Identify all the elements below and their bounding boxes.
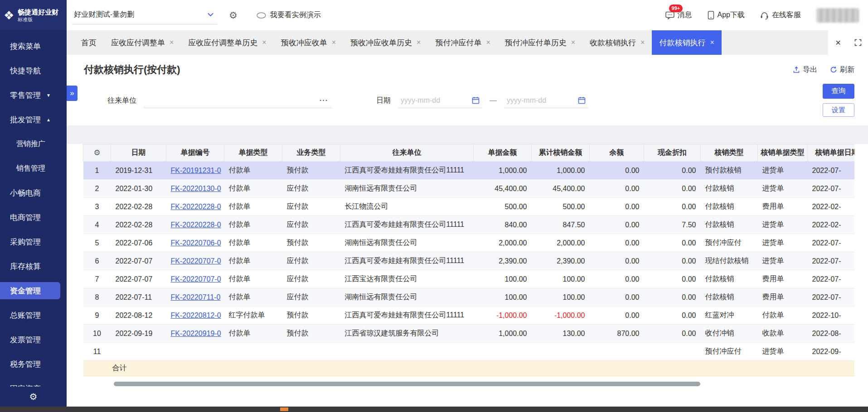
tab-label: 收款核销执行	[590, 38, 636, 48]
scrollbar-thumb[interactable]	[114, 382, 700, 386]
date-to-input[interactable]: yyyy-mm-dd	[504, 93, 588, 108]
doc-no-link[interactable]: FK-20220130-0	[171, 185, 221, 192]
doc-no-link[interactable]: FK-20220919-0	[171, 330, 221, 337]
tab-bar: 首页应收应付调整单×应收应付调整单历史×预收冲应收单×预收冲应收单历史×预付冲应…	[67, 30, 868, 55]
tab[interactable]: 应收应付调整单×	[104, 30, 181, 55]
tab[interactable]: 预收冲应收单×	[274, 30, 343, 55]
column-header: 单据金额	[474, 144, 532, 162]
sidebar-item[interactable]: 发票管理	[0, 327, 67, 352]
tab[interactable]: 收款核销执行×	[582, 30, 652, 55]
sidebar-item[interactable]: 小畅电商	[0, 181, 67, 205]
tab[interactable]: 预收冲应收单历史×	[343, 30, 428, 55]
tab[interactable]: 预付冲应付单×	[428, 30, 497, 55]
doc-no-link[interactable]: FK-20220706-0	[171, 239, 221, 247]
sidebar-item[interactable]: 搜索菜单	[0, 34, 67, 58]
column-header: 往来单位	[340, 144, 474, 162]
demo-link[interactable]: 我要看实例演示	[257, 10, 321, 20]
sidebar-item[interactable]: 零售管理▼	[0, 83, 67, 107]
fullscreen-toggle-icon[interactable]	[848, 30, 868, 55]
sidebar-item[interactable]: 总账管理	[0, 303, 67, 327]
close-tabs-button[interactable]: ×	[828, 30, 848, 55]
close-tab-icon[interactable]: ×	[332, 38, 336, 47]
cell-settle-doc-date: 2022-07-	[808, 270, 855, 288]
app-download-button[interactable]: App下载	[708, 10, 745, 20]
calendar-icon[interactable]	[578, 96, 586, 104]
sidebar-item[interactable]: 采购管理	[0, 230, 67, 254]
tab[interactable]: 应收应付调整单历史×	[181, 30, 273, 55]
sidebar-item-label: 采购管理	[10, 237, 41, 247]
doc-no-link[interactable]: FK-20220228-0	[171, 221, 221, 229]
sidebar-item[interactable]: 电商管理	[0, 205, 67, 230]
user-name-redacted[interactable]	[816, 8, 859, 23]
sidebar-item-label: 批发管理	[10, 115, 41, 125]
sidebar-item-label: 营销推广	[16, 139, 45, 149]
horizontal-scrollbar[interactable]	[83, 382, 854, 386]
expand-panel-toggle[interactable]: »	[67, 86, 78, 101]
refresh-icon	[830, 66, 837, 73]
table-row[interactable]: 72022-07-07FK-20220707-0付款单应付款江西宝达有限责任公司…	[83, 270, 855, 288]
refresh-button[interactable]: 刷新	[830, 65, 854, 75]
sidebar-item[interactable]: 库存核算	[0, 254, 67, 278]
close-tab-icon[interactable]: ×	[170, 38, 174, 47]
cell-biz-type: 应付款	[282, 270, 340, 288]
chevron-up-icon: ▲	[46, 117, 51, 122]
table-row[interactable]: 12019-12-31FK-20191231-0付款单预付款江西真可爱布娃娃有限…	[83, 162, 855, 180]
close-tab-icon[interactable]: ×	[486, 38, 490, 47]
account-selector[interactable]: 好业财测试-量勿删	[72, 6, 217, 24]
cell-settle-doc-type: 进货单	[758, 234, 808, 252]
calendar-icon[interactable]	[472, 96, 480, 104]
cell-settled: 847.50	[532, 216, 590, 234]
sidebar-item[interactable]: 资金管理	[0, 278, 67, 303]
cell-amount: 1,000.00	[474, 325, 532, 343]
tab[interactable]: 预付冲应付单历史×	[498, 30, 582, 55]
date-from-input[interactable]: yyyy-mm-dd	[398, 93, 482, 108]
close-tab-icon[interactable]: ×	[262, 38, 266, 47]
doc-no-link[interactable]: FK-20220711-0	[171, 293, 221, 301]
cell-settle-type: 预付款核销	[701, 162, 758, 180]
tab[interactable]: 首页	[74, 30, 104, 55]
sidebar-item[interactable]: 固定资产	[0, 376, 67, 387]
sidebar-item[interactable]: 销售管理	[0, 156, 67, 181]
table-row[interactable]: 82022-07-11FK-20220711-0付款单应付款湖南恒远有限责任公司…	[83, 288, 855, 307]
table-row[interactable]: 32022-02-28FK-20220228-0付款单应付款长江物流公司500.…	[83, 198, 855, 216]
cell-balance: 0.00	[590, 288, 644, 307]
sidebar-item[interactable]: 批发管理▲	[0, 107, 67, 132]
page-content: 付款核销执行(按付款) 导出 刷新 » 往来单位	[67, 55, 868, 407]
cell-biz-type: 应付款	[282, 198, 340, 216]
close-tab-icon[interactable]: ×	[710, 38, 714, 47]
gear-icon[interactable]: ⚙	[93, 149, 100, 157]
export-button[interactable]: 导出	[793, 65, 817, 75]
table-row[interactable]: 52022-07-06FK-20220706-0付款单预付款湖南恒远有限责任公司…	[83, 234, 855, 252]
table-row[interactable]: 62022-07-07FK-20220707-0付款单应付款江西真可爱布娃娃有限…	[83, 252, 855, 270]
table-header-row: ⚙日期单据编号单据类型业务类型往来单位单据金额累计核销金额余额现金折扣核销类型核…	[83, 144, 855, 162]
sidebar-item[interactable]: 营销推广	[0, 132, 67, 156]
section-divider	[67, 125, 868, 144]
sidebar-item[interactable]: 税务管理	[0, 352, 67, 376]
close-tab-icon[interactable]: ×	[571, 38, 575, 47]
partner-picker-icon[interactable]: ···	[320, 96, 328, 105]
sidebar-settings-gear-icon[interactable]: ⚙	[0, 387, 67, 407]
sidebar-item[interactable]: 快捷导航	[0, 58, 67, 83]
close-tab-icon[interactable]: ×	[417, 38, 421, 47]
table-row[interactable]: 92022-08-12FK-20220812-0红字付款单预付款江西真可爱布娃娃…	[83, 307, 855, 325]
query-button[interactable]: 查询	[823, 84, 854, 99]
refresh-label: 刷新	[840, 65, 854, 75]
tab-active[interactable]: 付款核销执行×	[652, 30, 721, 55]
settings-button[interactable]: 设置	[823, 103, 854, 117]
table-row[interactable]: 42022-02-28FK-20220228-0付款单应付款江西真可爱布娃娃有限…	[83, 216, 855, 234]
header-gear-icon[interactable]: ⚙	[229, 10, 238, 21]
taskbar-accent	[280, 407, 288, 411]
table-row[interactable]: 102022-09-19FK-20220919-0付款单预付款江西省琼汉建筑服务…	[83, 325, 855, 343]
doc-no-link[interactable]: FK-20191231-0	[171, 167, 221, 174]
doc-no-link[interactable]: FK-20220812-0	[171, 311, 221, 319]
doc-no-link[interactable]: FK-20220707-0	[171, 275, 221, 283]
doc-no-link[interactable]: FK-20220228-0	[171, 203, 221, 211]
table-row[interactable]: 22022-01-30FK-20220130-0付款单应付款湖南恒远有限责任公司…	[83, 180, 855, 198]
messages-button[interactable]: 99+ 消息	[665, 10, 692, 20]
online-support-button[interactable]: 在线客服	[760, 10, 801, 20]
close-tab-icon[interactable]: ×	[640, 38, 645, 47]
doc-no-link[interactable]: FK-20220707-0	[171, 257, 221, 265]
table-row[interactable]: 11预付冲应付进货单2022-09-	[83, 343, 855, 361]
partner-filter-input[interactable]: ···	[144, 93, 332, 108]
cell-date: 2022-07-07	[111, 252, 166, 270]
